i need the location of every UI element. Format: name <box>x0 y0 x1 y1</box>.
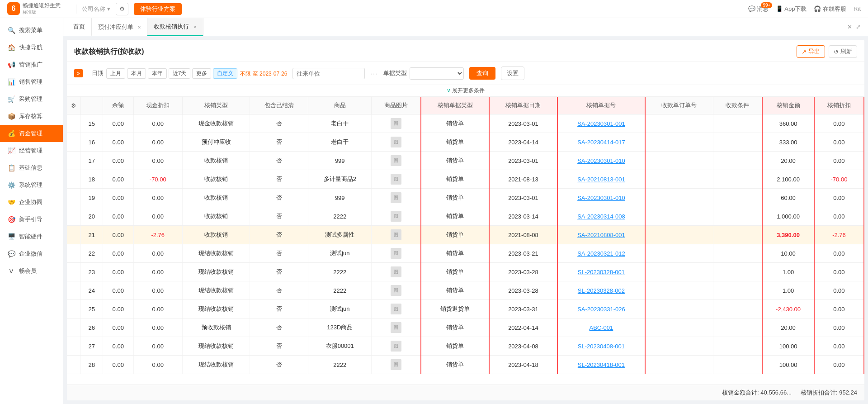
bill-no-link[interactable]: SA-20230314-008 <box>577 213 625 220</box>
download-icon: 📱 <box>776 5 783 12</box>
cell-goods-img: 图 <box>372 281 421 300</box>
cell-settings <box>67 244 80 263</box>
tab-home[interactable]: 首页 <box>67 18 92 36</box>
cell-bill-no[interactable]: SL-20230328-001 <box>557 263 645 281</box>
date-btn-custom[interactable]: 自定义 <box>213 68 237 79</box>
date-btn-7days[interactable]: 近7天 <box>169 68 191 79</box>
cell-bill-type: 销货退货单 <box>421 300 489 318</box>
cell-settings <box>67 300 80 318</box>
bill-no-link[interactable]: SL-20230328-002 <box>578 287 625 294</box>
cell-bill-no[interactable]: SA-20210813-001 <box>557 170 645 189</box>
sidebar-item-purchase[interactable]: 🛒 采购管理 <box>0 90 63 108</box>
tab-prepay-label: 预付冲应付单 <box>98 23 133 31</box>
refresh-button[interactable]: ↺ 刷新 <box>829 45 857 58</box>
bill-no-link[interactable]: SA-20230301-010 <box>577 157 625 164</box>
cell-bill-no[interactable]: SA-20230301-010 <box>557 189 645 207</box>
bill-no-link[interactable]: SA-20210813-001 <box>577 176 625 183</box>
sidebar-item-collab[interactable]: 🤝 企业协同 <box>0 194 63 211</box>
date-btn-prev-month[interactable]: 上月 <box>106 68 125 79</box>
cell-bill-no[interactable]: ABC-001 <box>557 318 645 337</box>
trial-button[interactable]: 体验行业方案 <box>134 3 182 15</box>
sidebar-item-hardware[interactable]: 🖥️ 智能硬件 <box>0 228 63 245</box>
settings-button[interactable]: ⚙ <box>116 3 128 15</box>
cell-bill-date: 2023-03-01 <box>489 152 557 170</box>
sidebar-item-finance[interactable]: 💰 资金管理 <box>0 125 63 142</box>
bill-no-link[interactable]: SL-20230328-001 <box>578 269 625 276</box>
cell-bill-no[interactable]: SA-20230414-017 <box>557 133 645 152</box>
maximize-icon[interactable]: ⤢ <box>856 24 861 30</box>
collapse-arrow[interactable]: » <box>74 69 83 77</box>
bill-no-link[interactable]: ABC-001 <box>590 324 613 331</box>
cell-receipt-order <box>645 170 713 189</box>
cell-balance: 0.00 <box>103 152 133 170</box>
total-cancel-discount-label: 核销折扣合计: <box>801 389 839 396</box>
tab-receipt-close[interactable]: × <box>193 24 196 29</box>
sidebar-item-member[interactable]: V 畅会员 <box>0 262 63 280</box>
cell-bill-no[interactable]: SA-20230301-001 <box>557 114 645 133</box>
setting-button[interactable]: 设置 <box>501 67 524 80</box>
tab-prepay-close[interactable]: × <box>138 24 141 30</box>
sidebar-item-quick[interactable]: 🏠 快捷导航 <box>0 39 63 56</box>
date-btn-this-month[interactable]: 本月 <box>127 68 146 79</box>
cell-cash-discount: 0.00 <box>133 337 182 356</box>
sidebar-item-operation[interactable]: 📈 经营管理 <box>0 142 63 159</box>
cell-bill-date: 2021-08-08 <box>489 226 557 244</box>
export-button[interactable]: ↗ 导出 <box>797 45 825 58</box>
cell-seq: 16 <box>80 133 103 152</box>
cell-cancel-type: 收款核销 <box>182 152 250 170</box>
tab-prepay[interactable]: 预付冲应付单 × <box>92 18 147 36</box>
sidebar-item-guide[interactable]: 🎯 新手引导 <box>0 211 63 228</box>
th-settings[interactable]: ⚙ <box>67 97 80 114</box>
cell-bill-no[interactable]: SA-20210808-001 <box>557 226 645 244</box>
sidebar-item-inventory[interactable]: 📦 库存核算 <box>0 108 63 125</box>
th-cancel-type: 核销类型 <box>182 97 250 114</box>
sidebar-item-system[interactable]: ⚙️ 系统管理 <box>0 176 63 194</box>
cell-bill-no[interactable]: SA-20230314-008 <box>557 207 645 226</box>
bill-no-link[interactable]: SA-20230414-017 <box>577 139 625 146</box>
company-selector[interactable]: 公司名称 ▾ <box>82 5 110 13</box>
bill-no-link[interactable]: SA-20230301-001 <box>577 120 625 127</box>
bill-no-link[interactable]: SA-20230321-012 <box>577 250 625 257</box>
bill-no-link[interactable]: SL-20230408-001 <box>578 343 625 350</box>
bill-no-link[interactable]: SA-20230301-010 <box>577 195 625 201</box>
cell-bill-type: 销货单 <box>421 226 489 244</box>
bill-no-link[interactable]: SA-20210808-001 <box>577 232 625 238</box>
cell-include-settled: 否 <box>250 281 308 300</box>
cell-balance: 0.00 <box>103 263 133 281</box>
sidebar-item-search[interactable]: 🔍 搜索菜单 <box>0 22 63 39</box>
sidebar-item-wechat[interactable]: 💬 企业微信 <box>0 245 63 262</box>
app-download-button[interactable]: 📱 App下载 <box>776 5 807 13</box>
cell-goods-img: 图 <box>372 356 421 374</box>
online-service-button[interactable]: 🎧 在线客服 <box>814 5 846 13</box>
cell-bill-no[interactable]: SL-20230408-001 <box>557 337 645 356</box>
cell-bill-no[interactable]: SA-20230321-012 <box>557 244 645 263</box>
sidebar-item-sales[interactable]: 📊 销售管理 <box>0 73 63 90</box>
sidebar-item-marketing[interactable]: 📢 营销推广 <box>0 56 63 73</box>
cell-bill-no[interactable]: SL-20230418-001 <box>557 356 645 374</box>
partner-input[interactable] <box>292 68 365 79</box>
date-btn-more[interactable]: 更多 <box>192 68 211 79</box>
cell-cash-discount: 0.00 <box>133 133 182 152</box>
cell-cancel-discount: 0.00 <box>814 189 864 207</box>
close-window-icon[interactable]: ✕ <box>847 24 852 30</box>
query-button[interactable]: 查询 <box>469 67 495 80</box>
message-button[interactable]: 💬 99+ 消息 <box>748 5 769 13</box>
bill-no-link[interactable]: SL-20230418-001 <box>578 361 625 368</box>
expand-filter-btn[interactable]: ∨ 展开更多条件 <box>67 85 864 97</box>
cell-bill-date: 2021-08-13 <box>489 170 557 189</box>
cell-cancel-discount: -70.00 <box>814 170 864 189</box>
divider <box>76 5 76 14</box>
sidebar-label-hardware: 智能硬件 <box>19 233 42 241</box>
app-name: 畅捷通谁好生意 <box>23 2 61 9</box>
cell-bill-no[interactable]: SA-20230331-026 <box>557 300 645 318</box>
bill-no-link[interactable]: SA-20230331-026 <box>577 306 625 313</box>
tab-receipt[interactable]: 收款核销执行 × <box>147 18 203 36</box>
cell-bill-no[interactable]: SL-20230328-002 <box>557 281 645 300</box>
bill-type-select[interactable]: 销货单 销货退货单 <box>410 67 464 80</box>
cell-cash-discount: 0.00 <box>133 152 182 170</box>
cell-bill-no[interactable]: SA-20230301-010 <box>557 152 645 170</box>
date-btn-this-year[interactable]: 本年 <box>148 68 167 79</box>
cell-balance: 0.00 <box>103 244 133 263</box>
cell-goods: 999 <box>308 152 372 170</box>
sidebar-item-basic[interactable]: 📋 基础信息 <box>0 159 63 176</box>
